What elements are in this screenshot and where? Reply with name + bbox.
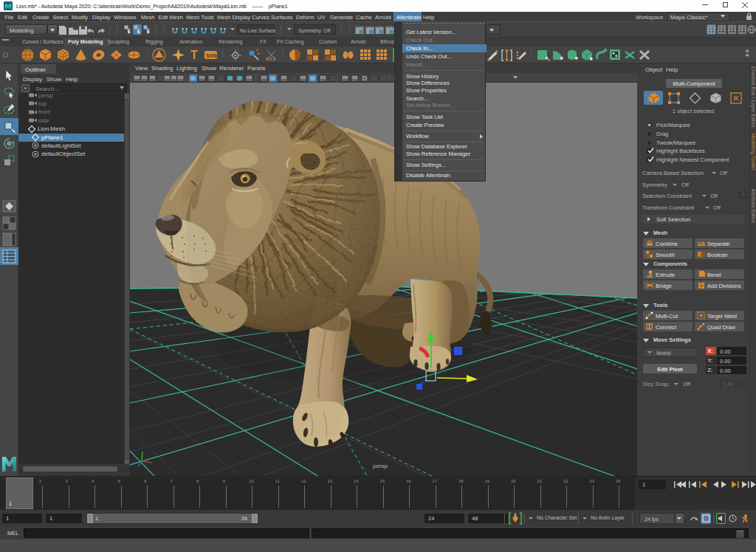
- svg-text:0,0,0: 0,0,0: [266, 57, 276, 61]
- svg-text:persp: persp: [373, 463, 388, 469]
- svg-text:SVG: SVG: [206, 53, 217, 58]
- svg-text:T: T: [190, 49, 198, 61]
